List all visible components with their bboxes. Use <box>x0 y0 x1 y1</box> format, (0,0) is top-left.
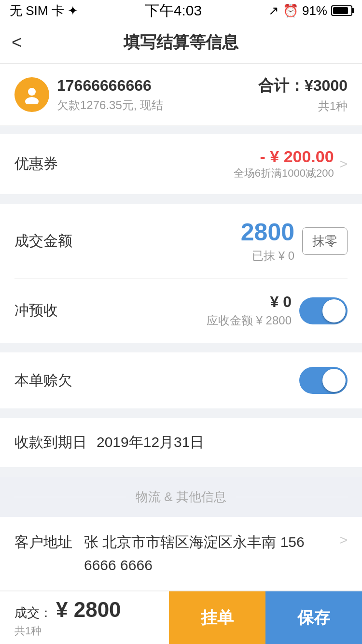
divider-line-left <box>14 497 126 497</box>
logistics-divider-text: 物流 & 其他信息 <box>136 489 226 505</box>
status-right: ↗ ⏰ 91% <box>268 3 352 18</box>
due-date-row: 收款到期日 2019年12月31日 <box>0 418 362 467</box>
credit-order-row: 本单赊欠 <box>14 352 348 408</box>
total-amount: 合计：¥3000 <box>258 75 348 97</box>
section-divider-1 <box>0 194 362 204</box>
coupon-row[interactable]: 优惠券 - ¥ 200.00 全场6折满1000减200 > <box>0 134 362 194</box>
svg-point-1 <box>25 97 39 104</box>
due-date-label: 收款到期日 <box>14 433 87 452</box>
coupon-label: 优惠券 <box>14 154 58 174</box>
alarm-icon: ⏰ <box>283 3 298 18</box>
status-bar: 无 SIM 卡 ✦ 下午4:03 ↗ ⏰ 91% <box>0 0 362 21</box>
address-arrow-icon: > <box>340 531 348 548</box>
battery-icon <box>331 5 352 16</box>
form-section-credit: 本单赊欠 <box>0 352 362 408</box>
avatar <box>14 77 49 112</box>
logistics-divider: 物流 & 其他信息 <box>0 477 362 517</box>
bottom-summary-amount: ¥ 2800 <box>56 598 121 622</box>
section-divider-3 <box>0 408 362 418</box>
svg-point-0 <box>28 88 36 96</box>
deal-amount-sub: 已抹 ¥ 0 <box>241 248 294 264</box>
section-divider-4 <box>0 467 362 477</box>
deal-amount-label: 成交金额 <box>14 231 72 251</box>
prepayment-receivable: 应收金额 ¥ 2800 <box>207 313 292 328</box>
status-left: 无 SIM 卡 ✦ <box>10 2 78 19</box>
nav-bar: < 填写结算等信息 <box>0 21 362 64</box>
deal-amount-value: 2800 <box>241 218 294 246</box>
customer-debt: 欠款1276.35元, 现结 <box>57 98 163 113</box>
deal-amount-col: 2800 已抹 ¥ 0 <box>241 218 294 264</box>
direction-icon: ↗ <box>268 3 279 18</box>
content-area: 17666666666 欠款1276.35元, 现结 合计：¥3000 共1种 … <box>0 64 362 644</box>
address-value: 张 北京市市辖区海淀区永丰南 156 6666 6666 <box>84 534 305 573</box>
prepayment-amount: ¥ 0 <box>207 293 292 311</box>
deal-amount-row: 成交金额 2800 已抹 ¥ 0 抹零 <box>14 204 348 279</box>
round-zero-button[interactable]: 抹零 <box>302 227 348 255</box>
address-content: 张 北京市市辖区海淀区永丰南 156 6666 6666 <box>84 531 328 577</box>
section-divider-2 <box>0 343 362 352</box>
credit-order-toggle[interactable] <box>299 367 348 394</box>
bottom-summary-label: 成交： <box>14 604 52 621</box>
prepayment-right: ¥ 0 应收金额 ¥ 2800 <box>207 293 348 328</box>
coupon-description: 全场6折满1000减200 <box>234 166 334 181</box>
page-title: 填写结算等信息 <box>124 31 238 54</box>
coupon-discount: - ¥ 200.00 <box>234 147 334 166</box>
save-button[interactable]: 保存 <box>265 591 362 644</box>
coupon-right: - ¥ 200.00 全场6折满1000减200 > <box>234 147 348 181</box>
customer-card: 17666666666 欠款1276.35元, 现结 合计：¥3000 共1种 <box>0 64 362 126</box>
prepayment-toggle[interactable] <box>299 297 348 324</box>
credit-toggle-knob <box>322 369 346 392</box>
divider-line-right <box>236 497 348 497</box>
bottom-summary-count: 共1种 <box>14 624 154 638</box>
credit-order-label: 本单赊欠 <box>14 371 72 391</box>
due-date-value: 2019年12月31日 <box>97 433 204 452</box>
form-section-payment: 成交金额 2800 已抹 ¥ 0 抹零 冲预收 ¥ 0 应收金额 ¥ 2800 <box>0 204 362 343</box>
address-row[interactable]: 客户地址 张 北京市市辖区海淀区永丰南 156 6666 6666 > <box>0 517 362 591</box>
customer-right: 合计：¥3000 共1种 <box>258 75 348 114</box>
prepayment-info: ¥ 0 应收金额 ¥ 2800 <box>207 293 292 328</box>
bottom-bar: 成交： ¥ 2800 共1种 挂单 保存 <box>0 591 362 644</box>
credit-order-right <box>299 367 348 394</box>
bottom-summary: 成交： ¥ 2800 共1种 <box>0 598 169 638</box>
back-button[interactable]: < <box>12 32 22 53</box>
bottom-summary-top: 成交： ¥ 2800 <box>14 598 154 622</box>
customer-phone: 17666666666 <box>57 77 163 95</box>
sim-label: 无 SIM 卡 ✦ <box>10 2 78 19</box>
address-label: 客户地址 <box>14 531 72 552</box>
hang-button[interactable]: 挂单 <box>169 591 265 644</box>
coupon-arrow-icon: > <box>340 156 348 172</box>
customer-info: 17666666666 欠款1276.35元, 现结 <box>57 77 163 113</box>
total-count: 共1种 <box>258 98 348 114</box>
status-time: 下午4:03 <box>145 1 202 21</box>
toggle-knob <box>322 299 346 322</box>
customer-left: 17666666666 欠款1276.35元, 现结 <box>14 77 163 113</box>
battery-label: 91% <box>302 3 327 18</box>
prepayment-label: 冲预收 <box>14 301 72 321</box>
prepayment-row: 冲预收 ¥ 0 应收金额 ¥ 2800 <box>14 279 348 343</box>
deal-amount-right: 2800 已抹 ¥ 0 抹零 <box>241 218 348 264</box>
